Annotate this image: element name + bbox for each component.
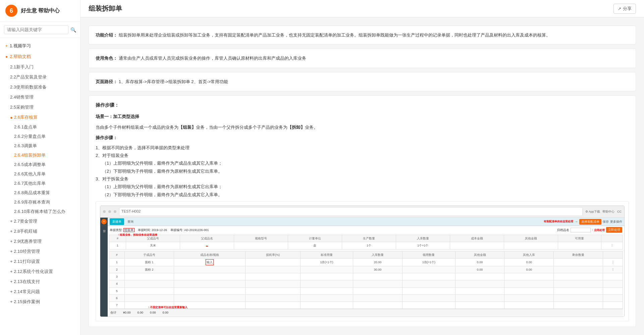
sidebar-item-cases[interactable]: + 2.15操作案例 xyxy=(0,297,80,307)
mock-browser: TEST-H002 ⚙ App下载 帮助中心 CC 6 自贸 xyxy=(100,206,625,317)
sidebar-item-video-learning[interactable]: + 1.视频学习 xyxy=(0,41,80,51)
col-header: # xyxy=(109,251,125,258)
annotation-custom-input: ↑ 不固定清单可以在这里重新输入 xyxy=(148,305,187,310)
table-cell xyxy=(558,242,601,249)
sidebar-item-other-out[interactable]: 2.6.7其他出库单 xyxy=(0,179,80,188)
main-area: 组装拆卸单 ↗ 分享 功能介绍： 组装拆卸单用来处理企业组装或拆卸等加工业务，支… xyxy=(80,0,644,335)
sidebar-item-faq[interactable]: + 2.14常见问题 xyxy=(0,287,80,297)
col-header: 入库数量 xyxy=(353,251,402,258)
sidebar-item-finance[interactable]: + 2.7资金管理 xyxy=(0,216,80,226)
table-cell: 1倍(+1个) xyxy=(402,258,455,266)
footer-val: ¥0.00 xyxy=(123,310,131,315)
sidebar-item-custom[interactable]: + 2.12系统个性化设置 xyxy=(0,267,80,277)
table-cell xyxy=(246,258,300,266)
scene1-desc: 当由多个子件材料组装成一个成品的业务为【组装】业务，当由一个父件拆分成多个子产品… xyxy=(96,123,629,131)
nav-tree: + 1.视频学习 ● 2.帮助文档 2.1新手入门 2.2产品安装及登录 2.3… xyxy=(0,38,80,335)
table-cell: 0.00 xyxy=(455,266,504,273)
search-input[interactable] xyxy=(4,25,68,34)
sidebar-item-ops[interactable]: + 2.10经营管理 xyxy=(0,246,80,257)
path-card: 页面路径： 1、库存核算->库存管理->组装拆卸单 2、首页->常用功能 xyxy=(89,72,636,91)
table-cell: 1 xyxy=(109,242,126,249)
mock-item-red-box: 输入 xyxy=(206,259,214,265)
table-row: 4 xyxy=(109,280,623,287)
table-cell: ⋮ xyxy=(603,266,623,273)
intro-card: 功能介绍： 组装拆卸单用来处理企业组装或拆卸等加工业务，支持有固定装配清单的产品… xyxy=(89,25,636,45)
mock-tab-inactive: 查询 xyxy=(125,218,136,225)
mock-logo: 6 xyxy=(101,219,107,224)
sidebar-item-ledger-fix[interactable]: 2.6.10库存账本错了怎么办 xyxy=(0,207,80,216)
sidebar-item-sales[interactable]: 2.4销售管理 xyxy=(0,92,80,102)
mock-divider xyxy=(102,226,106,226)
sidebar-item-install[interactable]: 2.2产品安装及登录 xyxy=(0,72,80,82)
sidebar-item-cost-recalc[interactable]: 2.6.8商品成本重算 xyxy=(0,188,80,198)
collapse-icon-inventory: ● xyxy=(10,115,13,120)
intro-label: 功能介绍： xyxy=(96,33,117,38)
mock-field-date: 单据时间: 2019-12-26 xyxy=(138,227,167,233)
sidebar: 6 好生意 帮助中心 🔍 + 1.视频学习 ● 2.帮助文档 2.1新手入门 2… xyxy=(0,0,80,335)
col-header: 计量单位 xyxy=(288,235,342,242)
table-row: 6 xyxy=(109,294,623,301)
nav-section-help-docs: ● 2.帮助文档 2.1新手入门 2.2产品安装及登录 2.3使用前数据准备 2… xyxy=(0,51,80,307)
search-icon[interactable]: 🔍 xyxy=(70,27,76,33)
table-cell: 0.00 xyxy=(455,258,504,266)
sidebar-item-newcomer[interactable]: 2.1新手入门 xyxy=(0,62,80,72)
annotation-type-select: ↑ 组装业务、拆卸业务在这里选择 xyxy=(118,233,157,237)
sidebar-item-inventory[interactable]: ● 2.6库存核算 xyxy=(0,112,80,122)
sidebar-item-mobile[interactable]: + 2.8手机旺铺 xyxy=(0,226,80,236)
step-1: 1、根据不同的业务，选择不同单据的类型来处理 xyxy=(96,144,629,152)
sidebar-item-assembly[interactable]: 2.6.4组装拆卸单 xyxy=(0,151,80,160)
mock-more-btn: 更多操作 xyxy=(610,219,622,224)
table-cell: 20.00 xyxy=(353,258,402,266)
logo-icon: 6 xyxy=(5,5,17,17)
sidebar-item-other-in[interactable]: 2.6.6其他入库单 xyxy=(0,169,80,179)
sidebar-item-coupon[interactable]: + 2.9优惠券管理 xyxy=(0,236,80,246)
table-cell xyxy=(300,266,353,273)
mock-tab-active: 新建单 xyxy=(110,218,124,225)
annotation-enable: ↑ 启用处理 xyxy=(592,229,605,232)
sidebar-item-print[interactable]: + 2.11打印设置 xyxy=(0,257,80,267)
mock-tab-bar: 新建单 查询 有装配清单的在这里处理 → 选择装配清单 保存 xyxy=(108,218,624,226)
mock-top-table-section: # 父成品号 父成品名 规格型号 计量单位 生产数量 入库数量 xyxy=(108,234,624,250)
share-button[interactable]: ↗ 分享 xyxy=(613,4,636,14)
browser-dot xyxy=(114,210,116,213)
browser-url: TEST-H002 xyxy=(119,207,583,216)
annotation-assembly-list: 有装配清单的在这里处理 xyxy=(544,219,573,224)
mock-archive-input[interactable] xyxy=(571,228,591,232)
sidebar-item-ledger[interactable]: 2.6.9库存账本查询 xyxy=(0,198,80,207)
footer-val: 0.00 xyxy=(163,310,169,315)
col-header: 子成品号 xyxy=(124,251,174,258)
table-cell xyxy=(402,266,455,273)
mock-bottom-table: # 子成品号 成品名称/规格 损耗率(%) 标准用量 入库数量 领用数量 xyxy=(109,251,623,309)
sidebar-item-data-prep[interactable]: 2.3使用前数据准备 xyxy=(0,82,80,92)
sidebar-item-cost-adjust[interactable]: 2.6.5成本调整单 xyxy=(0,160,80,169)
mock-save-btn: 保存 xyxy=(603,219,609,224)
sidebar-item-purchase[interactable]: 2.5采购管理 xyxy=(0,102,80,112)
sidebar-item-partial-stocktake[interactable]: 2.6.2分量盘点单 xyxy=(0,132,80,141)
col-header: 规格型号 xyxy=(234,235,288,242)
sidebar-item-label: 1.视频学习 xyxy=(10,43,31,49)
screenshot-section: TEST-H002 ⚙ App下载 帮助中心 CC 6 自贸 xyxy=(96,201,629,321)
table-cell xyxy=(234,242,288,249)
steps-card: 操作步骤： 场景一：加工类型选择 当由多个子件材料组装成一个成品的业务为【组装】… xyxy=(89,95,636,327)
table-cell: 1个+1个 xyxy=(396,242,450,249)
sidebar-item-payment[interactable]: + 2.13在线支付 xyxy=(0,277,80,287)
sidebar-item-stocktake[interactable]: 2.6.1盘点单 xyxy=(0,122,80,132)
col-header xyxy=(603,251,623,258)
mock-form-fields: 单据类型: 组装单 单据时间: 2019-12-26 单据编号: AD-2019… xyxy=(108,226,624,234)
table-cell: 1个 xyxy=(342,242,396,249)
table-cell xyxy=(450,242,504,249)
role-label: 使用角色： xyxy=(96,56,117,61)
table-cell: ⋮ xyxy=(603,258,623,266)
path-label: 页面路径： xyxy=(96,79,117,84)
col-header: 其他入库 xyxy=(504,251,554,258)
arrow-icon: → xyxy=(575,219,578,225)
mock-process-btn[interactable]: 立即处理 xyxy=(606,227,622,233)
step-2: 2、对于组装业务 xyxy=(96,152,629,159)
sidebar-item-help-docs[interactable]: ● 2.帮助文档 xyxy=(0,51,80,62)
table-row: 3 xyxy=(109,273,623,280)
mock-select-bom-btn[interactable]: 选择装配清单 xyxy=(579,219,601,225)
sidebar-item-transfer[interactable]: 2.6.3调拨单 xyxy=(0,141,80,151)
step-3: 3、对于拆装业务 xyxy=(96,175,629,183)
mock-bottom-table-section: # 子成品号 成品名称/规格 损耗率(%) 标准用量 入库数量 领用数量 xyxy=(108,250,624,317)
logo-bar: 6 好生意 帮助中心 xyxy=(0,0,80,22)
